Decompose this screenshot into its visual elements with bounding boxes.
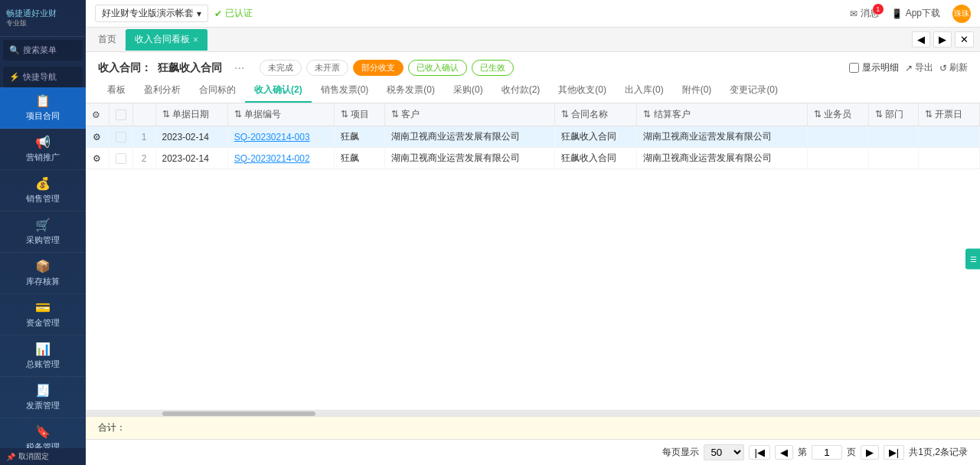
cell-settings[interactable]: ⚙ <box>86 126 109 148</box>
page-input[interactable] <box>812 445 842 460</box>
th-settings[interactable]: ⚙ <box>86 103 109 126</box>
th-opendate-sort-icon: ⇅ <box>925 109 933 120</box>
tab-attach[interactable]: 附件(0) <box>673 79 721 103</box>
sidebar-item-invoice[interactable]: 🧾 发票管理 <box>0 377 86 418</box>
app-download-button[interactable]: 📱 App下载 <box>891 7 940 20</box>
user-profile[interactable]: 珠珠 <box>952 5 971 23</box>
show-detail-checkbox[interactable]: 显示明细 <box>849 61 899 74</box>
cell-order-no[interactable]: SQ-20230214-002 <box>227 148 334 169</box>
th-dept-sort-icon: ⇅ <box>875 109 883 120</box>
th-date-sort-icon: ⇅ <box>162 109 170 120</box>
th-order-no[interactable]: ⇅ 单据编号 <box>227 103 334 126</box>
th-department[interactable]: ⇅ 部门 <box>868 103 918 126</box>
cell-open-date <box>919 148 980 169</box>
cell-check[interactable] <box>109 148 132 169</box>
tab-next-button[interactable]: ▶ <box>933 31 952 47</box>
table-header-row: ⚙ ⇅ 单据日期 ⇅ 单据编号 ⇅ 项目 <box>86 103 980 126</box>
sidebar-item-project[interactable]: 📋 项目合同 <box>0 87 86 129</box>
tab-revenue-confirm[interactable]: 收入确认(2) <box>245 79 312 103</box>
order-no-link[interactable]: SQ-20230214-002 <box>234 153 310 164</box>
sidebar-quick-nav[interactable]: ⚡ 快捷导航 <box>3 67 83 87</box>
app-edition: 专业版 <box>6 18 57 28</box>
th-settle-customer[interactable]: ⇅ 结算客户 <box>637 103 808 126</box>
tab-close-all-button[interactable]: ✕ <box>955 31 974 47</box>
cell-open-date <box>919 126 980 148</box>
row-checkbox[interactable] <box>116 132 126 142</box>
table-footer: 合计： <box>86 416 980 439</box>
scrollbar-track[interactable] <box>86 411 980 416</box>
float-action-button[interactable]: ☰ <box>965 248 980 269</box>
th-customer[interactable]: ⇅ 客户 <box>384 103 555 126</box>
horizontal-scrollbar[interactable] <box>86 410 980 416</box>
cell-settings[interactable]: ⚙ <box>86 148 109 169</box>
th-salesperson[interactable]: ⇅ 业务员 <box>807 103 868 126</box>
company-selector[interactable]: 好业财专业版演示帐套 ▾ <box>95 5 208 22</box>
active-tab[interactable]: 收入合同看板 × <box>126 29 207 51</box>
th-open-date[interactable]: ⇅ 开票日 <box>919 103 980 126</box>
status-badge-uncompleted[interactable]: 未完成 <box>260 60 302 76</box>
per-page-select[interactable]: 50 10 20 100 <box>704 444 744 460</box>
tab-changes[interactable]: 变更记录(0) <box>720 79 787 103</box>
company-dropdown-icon: ▾ <box>197 8 201 19</box>
tab-stock[interactable]: 出入库(0) <box>616 79 673 103</box>
tab-kanban[interactable]: 看板 <box>98 79 135 103</box>
table-container: ⚙ ⇅ 单据日期 ⇅ 单据编号 ⇅ 项目 <box>86 103 980 410</box>
app-download-label: App下载 <box>906 7 940 20</box>
app-name: 畅捷通好业财 <box>6 8 57 18</box>
order-no-link[interactable]: SQ-20230214-003 <box>234 132 310 142</box>
pin-label: 取消固定 <box>18 451 49 462</box>
tab-payment[interactable]: 收付款(2) <box>492 79 550 103</box>
page-prev-button[interactable]: ◀ <box>775 445 793 460</box>
data-table: ⚙ ⇅ 单据日期 ⇅ 单据编号 ⇅ 项目 <box>86 103 980 169</box>
sidebar-item-sales[interactable]: 💰 销售管理 <box>0 170 86 211</box>
scrollbar-thumb[interactable] <box>162 411 315 416</box>
cell-settle-customer: 湖南卫视商业运营发展有限公司 <box>637 126 808 148</box>
tab-subject[interactable]: 合同标的 <box>190 79 245 103</box>
status-badge-confirmed[interactable]: 已收入确认 <box>408 60 467 76</box>
tab-close-button[interactable]: × <box>193 34 198 45</box>
page-header-right: 显示明细 ↗ 导出 ↺ 刷新 <box>849 61 968 74</box>
sidebar-item-inventory[interactable]: 📦 库存核算 <box>0 253 86 294</box>
page-first-button[interactable]: |◀ <box>749 445 769 460</box>
status-badge-partial[interactable]: 部分收支 <box>353 60 403 76</box>
status-badge-active[interactable]: 已生效 <box>472 60 514 76</box>
sidebar-item-funds[interactable]: 💳 资金管理 <box>0 294 86 336</box>
pin-icon: 📌 <box>6 453 15 461</box>
th-contract[interactable]: ⇅ 合同名称 <box>555 103 637 126</box>
sidebar-search[interactable]: 🔍 搜索菜单 <box>3 40 83 61</box>
cell-order-no[interactable]: SQ-20230214-003 <box>227 126 334 148</box>
tab-prev-button[interactable]: ◀ <box>912 31 930 47</box>
page-label-suffix: 页 <box>847 446 856 459</box>
topbar: 好业财专业版演示帐套 ▾ ✔ 已认证 ✉ 1 消息 📱 App下载 <box>86 0 980 28</box>
tab-sales-invoice[interactable]: 销售发票(0) <box>312 79 378 103</box>
th-date[interactable]: ⇅ 单据日期 <box>155 103 227 126</box>
row-checkbox[interactable] <box>116 153 126 164</box>
message-button[interactable]: ✉ 1 消息 <box>850 7 879 20</box>
tab-other[interactable]: 其他收支(0) <box>549 79 616 103</box>
refresh-button[interactable]: ↺ 刷新 <box>939 61 968 74</box>
page-title: 狂飙收入合同 <box>158 61 222 75</box>
page-last-button[interactable]: ▶| <box>884 445 904 460</box>
more-options-button[interactable]: ··· <box>234 61 244 75</box>
sidebar-item-purchase[interactable]: 🛒 采购管理 <box>0 211 86 253</box>
status-badge-uninvoiced[interactable]: 未开票 <box>306 60 348 76</box>
page-next-button[interactable]: ▶ <box>861 445 879 460</box>
page-header: 收入合同： 狂飙收入合同 ··· 未完成 未开票 部分收支 已收入确认 已生效 <box>86 52 980 76</box>
cell-check[interactable] <box>109 126 132 148</box>
detail-checkbox-input[interactable] <box>849 63 859 73</box>
sidebar-item-marketing[interactable]: 📢 营销推广 <box>0 129 86 170</box>
phone-icon: 📱 <box>891 8 903 19</box>
tab-profit[interactable]: 盈利分析 <box>135 79 190 103</box>
tab-purchase[interactable]: 采购(0) <box>444 79 492 103</box>
breadcrumb-home[interactable]: 首页 <box>92 33 122 46</box>
th-customer-sort-icon: ⇅ <box>391 109 399 120</box>
sidebar-item-general[interactable]: 📊 总账管理 <box>0 336 86 377</box>
message-badge: 1 <box>873 4 884 15</box>
invoice-icon: 🧾 <box>35 383 51 398</box>
tab-tax-invoice[interactable]: 税务发票(0) <box>377 79 444 103</box>
th-check[interactable] <box>109 103 132 126</box>
tax-icon: 🔖 <box>35 424 51 439</box>
th-project[interactable]: ⇅ 项目 <box>335 103 384 126</box>
select-all-checkbox[interactable] <box>116 110 126 120</box>
export-button[interactable]: ↗ 导出 <box>905 61 933 74</box>
